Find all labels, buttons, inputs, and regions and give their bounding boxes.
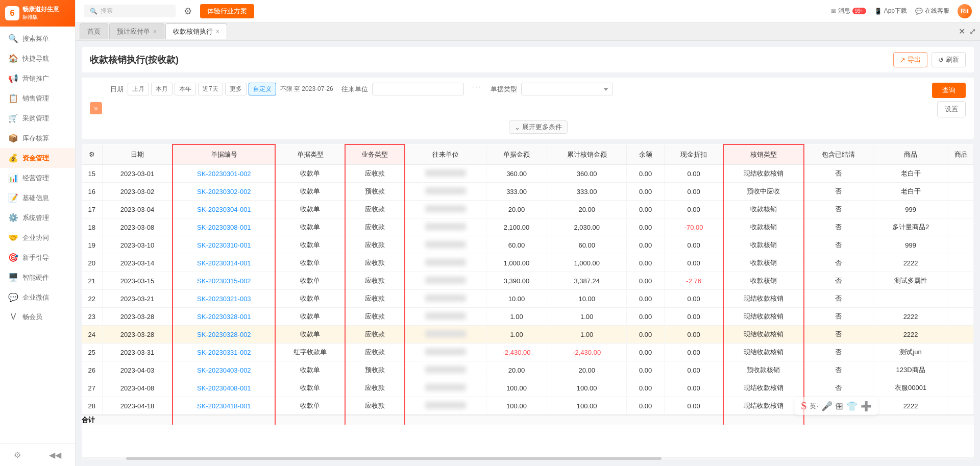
sidebar-item-member[interactable]: V 畅会员: [0, 307, 75, 327]
cell-goods2: [948, 183, 974, 201]
date-7days-btn[interactable]: 近7天: [198, 83, 223, 95]
date-this-year-btn[interactable]: 本年: [175, 83, 196, 95]
sidebar-item-wechat[interactable]: 💬 企业微信: [0, 287, 75, 307]
sidebar-item-sales[interactable]: 📋 销售管理: [0, 88, 75, 108]
cell-no: 19: [82, 236, 102, 254]
main-area: 🔍 搜索 ⚙ 体验行业方案 ✉ 消息 99+ 📱 App下载 💬 在线客服 Ri…: [76, 0, 980, 466]
sidebar-item-quicknav[interactable]: 🏠 快捷导航: [0, 48, 75, 68]
table-row: 26 2023-04-03 SK-20230403-002 收款单 预收款 20…: [82, 361, 974, 379]
topbar-search[interactable]: 🔍 搜索: [84, 5, 176, 17]
cell-include-settled: 否: [804, 201, 873, 218]
cell-cash-discount: 0.00: [665, 361, 724, 379]
cell-bill-no: SK-20230331-002: [173, 344, 275, 361]
counterparty-blurred: [425, 402, 466, 409]
message-btn[interactable]: ✉ 消息 99+: [831, 7, 866, 15]
bill-no-link[interactable]: SK-20230302-002: [197, 188, 251, 195]
bill-no-link[interactable]: SK-20230418-001: [197, 402, 251, 410]
table-row: 16 2023-03-02 SK-20230302-002 收款单 预收款 33…: [82, 183, 974, 201]
date-this-month-btn[interactable]: 本月: [151, 83, 173, 95]
sidebar-item-guide-label: 新手引导: [22, 253, 49, 262]
close-tab-btn[interactable]: ✕: [959, 27, 965, 36]
bill-no-link[interactable]: SK-20230310-001: [197, 241, 251, 249]
bill-no-link[interactable]: SK-20230328-001: [197, 313, 251, 321]
collapse-sidebar-btn[interactable]: ◀◀: [45, 448, 65, 462]
cell-goods: 2222: [873, 308, 948, 326]
query-button[interactable]: 查询: [932, 83, 966, 98]
receipt-type-select[interactable]: [521, 83, 613, 95]
bill-no-link[interactable]: SK-20230304-001: [197, 206, 251, 213]
sidebar-item-finance[interactable]: 💰 资金管理: [0, 148, 75, 168]
sidebar-item-purchase[interactable]: 🛒 采购管理: [0, 108, 75, 128]
filter-settings-button[interactable]: 设置: [937, 101, 966, 117]
cell-writeoff-amount: 10.00: [547, 290, 627, 308]
solution-button[interactable]: 体验行业方案: [200, 4, 254, 18]
refresh-button[interactable]: ↺ 刷新: [932, 52, 966, 67]
sidebar-menu: 🔍 搜索菜单 🏠 快捷导航 📢 营销推广 📋 销售管理 🛒 采购管理 📦 库存核…: [0, 27, 75, 444]
cell-bill-type: 收款单: [275, 308, 345, 326]
bill-no-link[interactable]: SK-20230328-002: [197, 331, 251, 338]
cell-goods: 999: [873, 236, 948, 254]
footer-goods2: [948, 415, 974, 425]
bill-no-link[interactable]: SK-20230315-002: [197, 277, 251, 285]
date-options: 上月 本月 本年 近7天 更多 自定义: [128, 83, 276, 95]
sidebar-item-system[interactable]: ⚙️ 系统管理: [0, 208, 75, 228]
expand-more-button[interactable]: ⌄ 展开更多条件: [509, 120, 568, 134]
settings-bottom-btn[interactable]: ⚙: [10, 448, 25, 462]
cell-goods2: [948, 201, 974, 218]
bill-no-link[interactable]: SK-20230301-002: [197, 170, 251, 178]
user-avatar[interactable]: Rit: [958, 4, 972, 18]
date-more-btn[interactable]: 更多: [225, 83, 247, 95]
bill-no-link[interactable]: SK-20230308-001: [197, 224, 251, 231]
maximize-tab-btn[interactable]: ⤢: [969, 27, 976, 36]
column-settings-icon[interactable]: ⚙: [89, 151, 95, 158]
cell-goods: 老白干: [873, 165, 948, 183]
sidebar-item-search[interactable]: 🔍 搜索菜单: [0, 29, 75, 48]
cell-no: 26: [82, 361, 102, 379]
refresh-icon: ↺: [938, 56, 944, 64]
cell-goods: 999: [873, 201, 948, 218]
bill-no-link[interactable]: SK-20230408-001: [197, 384, 251, 392]
tab-receipt-writeoff-close-icon[interactable]: ×: [216, 28, 219, 35]
cell-writeoff-amount: 60.00: [547, 236, 627, 254]
app-download-btn[interactable]: 📱 App下载: [874, 7, 907, 15]
cell-writeoff-type: 收款核销: [723, 272, 803, 290]
counterparty-input[interactable]: [372, 83, 464, 95]
bill-no-link[interactable]: SK-20230321-003: [197, 295, 251, 303]
table-scroll[interactable]: ⚙ 日期 单据编号 单据类型 业务类型 往来单位 单据金额 累计核销金额 余额 …: [82, 144, 974, 457]
settings-gear-icon[interactable]: ⚙: [184, 6, 192, 17]
online-service-btn[interactable]: 💬 在线客服: [915, 7, 949, 15]
footer-bill-no: [173, 415, 275, 425]
sidebar-item-enterprise[interactable]: 🤝 企业协同: [0, 228, 75, 248]
sidebar-item-operations[interactable]: 📊 经营管理: [0, 168, 75, 188]
date-custom-btn[interactable]: 自定义: [249, 83, 276, 95]
bill-no-link[interactable]: SK-20230331-002: [197, 349, 251, 356]
bill-no-link[interactable]: SK-20230403-002: [197, 366, 251, 374]
sidebar-item-marketing[interactable]: 📢 营销推广: [0, 68, 75, 88]
tab-receipt-writeoff[interactable]: 收款核销执行 ×: [165, 23, 227, 39]
sidebar-item-inventory[interactable]: 📦 库存核算: [0, 128, 75, 148]
sidebar-item-wechat-label: 企业微信: [22, 293, 49, 302]
tab-home[interactable]: 首页: [80, 23, 108, 39]
cell-cash-discount: 0.00: [665, 379, 724, 397]
cell-goods2: [948, 165, 974, 183]
bill-no-link[interactable]: SK-20230314-001: [197, 259, 251, 267]
date-last-month-btn[interactable]: 上月: [128, 83, 149, 95]
filter-toggle-button[interactable]: »: [90, 102, 102, 114]
receipt-type-label: 单据类型: [491, 85, 517, 94]
counterparty-label: 往来单位: [341, 85, 368, 94]
cell-writeoff-type: 现结收款核销: [723, 344, 803, 361]
sidebar-item-basics[interactable]: 📝 基础信息: [0, 188, 75, 208]
counterparty-blurred: [425, 187, 466, 194]
sidebar-item-guide[interactable]: 🎯 新手引导: [0, 248, 75, 267]
tab-prepayment-close-icon[interactable]: ×: [153, 28, 157, 35]
export-button[interactable]: ↗ 导出: [893, 52, 927, 67]
cell-cash-discount: -2.76: [665, 272, 724, 290]
cell-cash-discount: 0.00: [665, 308, 724, 326]
cell-balance: 0.00: [627, 361, 665, 379]
tab-home-label: 首页: [87, 27, 101, 36]
tab-prepayment[interactable]: 预计应付单 ×: [109, 23, 164, 39]
sidebar-item-hardware[interactable]: 🖥️ 智能硬件: [0, 267, 75, 287]
page-header: 收款核销执行(按收款) ↗ 导出 ↺ 刷新: [82, 47, 974, 72]
cell-counterparty: [405, 236, 486, 254]
cell-no: 24: [82, 326, 102, 344]
